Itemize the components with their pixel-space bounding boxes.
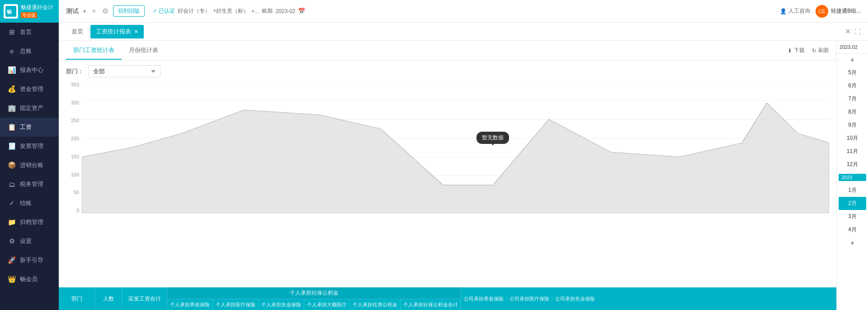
archive-icon: 📁: [7, 218, 16, 226]
sidebar-item-assets[interactable]: 🏢 固定资产: [0, 99, 59, 118]
sidebar-item-reports[interactable]: 📊 报表中心: [0, 61, 59, 80]
main-panel: 部门工资统计表 月份统计表 ⬇ 下载 ↻ 刷新: [59, 41, 836, 310]
col-personal-major-medical: 个人承担大额医疗: [304, 299, 350, 310]
date-nav-down-button[interactable]: ▼: [837, 238, 868, 248]
topbar-settings-button[interactable]: ⚙: [102, 7, 108, 15]
prev-year-section: 5月 6月 7月 8月 9月 10月 11月 12月: [837, 64, 868, 173]
main-area: 测试 ▾ ＋ ⚙ 切到旧版 ✓ 已认证 好会计（专） +好生意（标） +... …: [59, 0, 868, 310]
calendar-icon[interactable]: 📅: [298, 8, 305, 14]
period-label: 账期: [262, 7, 273, 15]
sidebar-item-label: 税务管理: [20, 180, 43, 188]
month-12[interactable]: 12月: [837, 158, 868, 171]
col-personal-medical: 个人承担医疗保险: [213, 299, 259, 310]
sidebar-item-archive[interactable]: 📁 归档管理: [0, 213, 59, 232]
settings-icon: ⚙: [7, 237, 16, 245]
sidebar-item-salary[interactable]: 📋 工资: [0, 118, 59, 137]
tab-close-button[interactable]: ✕: [134, 29, 138, 35]
filter-label: 部门：: [66, 67, 84, 76]
logo-main-text: 畅捷通好会计: [21, 4, 53, 11]
refresh-button[interactable]: ↻ 刷新: [812, 47, 829, 54]
sidebar-item-settle[interactable]: ✓ 结账: [0, 194, 59, 213]
date-nav-up-button[interactable]: ▲: [837, 54, 868, 64]
sidebar-item-label: 资金管理: [20, 85, 43, 93]
sidebar-item-member[interactable]: 👑 畅会员: [0, 270, 59, 289]
col-personal-pension: 个人承担养老保险: [167, 299, 213, 310]
yaxis-label-250: 250: [71, 118, 79, 123]
badge-good-accounting: 好会计（专）: [178, 7, 210, 15]
switch-version-button[interactable]: 切到旧版: [113, 5, 145, 17]
date-input-row: [837, 41, 868, 54]
col-company-pension: 公司承担养老保险: [461, 296, 507, 302]
filter-bar: 部门： 全部 销售部 财务部 人事部 技术部: [59, 61, 836, 82]
reports-icon: 📊: [7, 66, 16, 74]
subtab-actions: ⬇ 下载 ↻ 刷新: [788, 47, 829, 54]
tabbar: 首页 工资统计报表 ✕ ✕ ⛶: [59, 23, 868, 41]
sidebar-item-funds[interactable]: 💰 资金管理: [0, 80, 59, 99]
group-personal-subs: 个人承担养老保险 个人承担医疗保险 个人承担失业保险 个人承担大额医疗 个人承担…: [167, 299, 461, 310]
date-picker-panel: ▲ 5月 6月 7月 8月 9月 10月 11月 12月 2023 1月 2月 …: [836, 41, 868, 310]
logo-icon: 畅: [4, 4, 18, 19]
month-2023-3[interactable]: 3月: [837, 210, 868, 223]
sidebar-item-invoice[interactable]: 🧾 发票管理: [0, 137, 59, 156]
col-company-unemployment: 公司承担失业保险: [552, 296, 598, 302]
month-2023-4[interactable]: 4月: [837, 223, 868, 236]
month-9[interactable]: 9月: [837, 119, 868, 132]
department-select[interactable]: 全部 销售部 财务部 人事部 技术部: [88, 65, 160, 77]
subtabs: 部门工资统计表 月份统计表: [66, 42, 165, 60]
sidebar-item-label: 首页: [20, 28, 32, 36]
purchase-icon: 📦: [7, 161, 16, 169]
panel-close-button[interactable]: ✕: [845, 27, 851, 36]
month-11[interactable]: 11月: [837, 145, 868, 158]
content-area: 部门工资统计表 月份统计表 ⬇ 下载 ↻ 刷新: [59, 41, 868, 310]
month-10[interactable]: 10月: [837, 132, 868, 145]
yaxis-label-350: 350: [71, 82, 79, 87]
date-input[interactable]: [840, 44, 862, 50]
topbar-dropdown-arrow[interactable]: ▾: [83, 8, 86, 14]
panel-expand-button[interactable]: ⛶: [854, 28, 861, 35]
sidebar-item-label: 设置: [20, 237, 32, 245]
settle-icon: ✓: [7, 199, 16, 207]
tab-home[interactable]: 首页: [66, 25, 89, 38]
chart-container: 350 300 250 200 150 100 50 0: [66, 82, 829, 227]
invoice-icon: 🧾: [7, 142, 16, 150]
user-name: 轻捷通B组...: [831, 7, 861, 15]
yaxis-label-150: 150: [71, 154, 79, 159]
sidebar-item-tax[interactable]: 🗂 税务管理: [0, 175, 59, 194]
sidebar-item-label: 归档管理: [20, 218, 43, 226]
month-2023-1[interactable]: 1月: [837, 184, 868, 197]
tab-salary-label: 工资统计报表: [96, 28, 131, 36]
badge-more: +...: [251, 8, 259, 14]
col-personal-unemployment: 个人承担失业保险: [259, 299, 304, 310]
sidebar-item-label: 发票管理: [20, 142, 43, 150]
tab-salary-report[interactable]: 工资统计报表 ✕: [90, 25, 144, 38]
month-8[interactable]: 8月: [837, 105, 868, 119]
sidebar-item-label: 总账: [20, 47, 32, 55]
period-value: 2023-02: [275, 8, 295, 14]
yaxis-label-200: 200: [71, 136, 79, 141]
col-count: 人数: [95, 287, 122, 310]
subtab-dept[interactable]: 部门工资统计表: [66, 42, 122, 60]
yaxis-label-100: 100: [71, 172, 79, 177]
sidebar-item-home[interactable]: ⊞ 首页: [0, 23, 59, 42]
chart-yaxis: 350 300 250 200 150 100 50 0: [66, 82, 82, 213]
help-button[interactable]: 👤 人工咨询: [780, 7, 810, 15]
newbie-icon: 🚀: [7, 256, 16, 264]
subtab-dept-label: 部门工资统计表: [73, 47, 114, 53]
sidebar-item-ledger[interactable]: ≡ 总账: [0, 42, 59, 61]
month-7[interactable]: 7月: [837, 92, 868, 105]
year-2023-section: 1月 2月 3月 4月: [837, 182, 868, 238]
sidebar-item-newbie[interactable]: 🚀 新手引导: [0, 251, 59, 270]
download-button[interactable]: ⬇ 下载: [788, 47, 805, 54]
user-button[interactable]: CE 轻捷通B组...: [816, 5, 861, 18]
subtab-monthly[interactable]: 月份统计表: [122, 42, 165, 60]
sidebar-item-label: 结账: [20, 199, 32, 207]
month-2023-2[interactable]: 2月: [839, 197, 866, 210]
sidebar-item-settings[interactable]: ⚙ 设置: [0, 232, 59, 251]
topbar-add-button[interactable]: ＋: [90, 6, 98, 16]
sidebar-item-purchase[interactable]: 📦 进销台账: [0, 156, 59, 175]
month-5[interactable]: 5月: [837, 66, 868, 79]
yaxis-label-300: 300: [71, 100, 79, 105]
month-6[interactable]: 6月: [837, 79, 868, 92]
user-avatar: CE: [816, 5, 828, 18]
col-company-medical: 公司承担医疗保险: [507, 296, 552, 302]
